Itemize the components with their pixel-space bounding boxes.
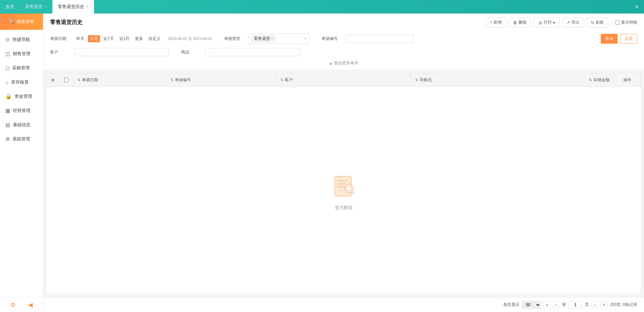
inventory-icon: ⌂ (5, 80, 8, 85)
toolbar: + 新增 🗑 删除 🖨 打印 ▾ ↗ 导出 ↻ (486, 18, 637, 27)
sidebar-item-finance-label: 资金管理 (15, 93, 32, 99)
finance-icon: 🔒 (5, 93, 12, 99)
sidebar-item-system[interactable]: ⚙ 系统管理 (0, 132, 43, 146)
sidebar-item-sales[interactable]: ◫ 销售管理 (0, 47, 43, 61)
svg-rect-4 (337, 186, 345, 188)
new-button[interactable]: + 新增 (486, 18, 506, 27)
date-range-display: 2023-06-02 至 2023-06-02 (168, 36, 212, 41)
sidebar-item-inventory[interactable]: ⌂ 库存核算 (0, 75, 43, 89)
sales-icon: ◫ (5, 51, 10, 57)
th-checkbox[interactable] (60, 74, 73, 86)
goods-filter-select[interactable]: ... (206, 48, 300, 56)
page-size-select[interactable]: 10 20 50 100 (522, 301, 541, 309)
sidebar-item-basic-info-label: 基础信息 (13, 122, 30, 128)
content-header: 零售退货历史 + 新增 🗑 删除 🖨 打印 ▾ ↗ 导出 (43, 14, 644, 70)
settings-footer-icon[interactable]: ⚙ (10, 301, 16, 309)
sort-customer-icon: ⇅ (280, 78, 283, 82)
th-settings[interactable]: ⚙ (46, 74, 60, 86)
prev-page-button[interactable]: ‹ (553, 302, 559, 308)
th-amount[interactable]: ⇅ 实销金额 (521, 74, 614, 86)
type-filter-chevron-icon: ▾ (305, 37, 306, 41)
settings-button[interactable]: 设置 (620, 34, 637, 44)
collapse-up-icon: ▲ (329, 61, 333, 66)
refresh-icon: ↻ (591, 20, 594, 25)
sidebar-item-finance[interactable]: 🔒 资金管理 (0, 89, 43, 104)
show-detail-checkbox-label[interactable]: 显示明细 (615, 20, 637, 25)
total-records-text: 共0页, 0条记录 (610, 302, 637, 308)
refresh-label: 刷新 (596, 20, 604, 25)
sidebar-search[interactable]: 🔍 搜索菜单 (0, 14, 43, 30)
th-guide[interactable]: ⇅ 导购员 (411, 74, 521, 86)
tab-retail-return-close[interactable]: × (45, 4, 47, 9)
export-button[interactable]: ↗ 导出 (562, 18, 584, 27)
tab-retail-return-history[interactable]: 零售退货历史 × (52, 0, 94, 14)
operations-icon: ▦ (5, 108, 10, 114)
sidebar-item-purchase-label: 采购管理 (12, 65, 30, 71)
customer-filter-select[interactable]: ... (74, 48, 169, 56)
tab-retail-return-history-label: 零售退货历史 (58, 4, 84, 10)
billno-filter-input[interactable] (346, 35, 413, 43)
sidebar-footer: ⚙ ◀ (0, 297, 43, 312)
first-page-button[interactable]: « (544, 302, 551, 308)
customer-filter-label: 客户 (50, 49, 70, 55)
date-btn-yesterday[interactable]: 昨天 (74, 35, 87, 42)
sidebar-item-purchase[interactable]: ◻ 采购管理 (0, 61, 43, 75)
delete-button[interactable]: 🗑 删除 (509, 18, 531, 27)
empty-state-icon (329, 170, 359, 201)
system-icon: ⚙ (5, 136, 10, 142)
filter-row-2: 客户 ... 商品 ... (50, 46, 637, 58)
type-filter-tag-remove[interactable]: × (271, 37, 273, 41)
sidebar-item-basic-info[interactable]: ▤ 基础信息 (0, 118, 43, 132)
table-header: ⚙ ⇅ 单据日期 ⇅ 单据编号 ⇅ 客户 (46, 73, 641, 87)
sidebar-item-quick-nav[interactable]: ⊙ 快捷导航 (0, 32, 43, 47)
delete-icon: 🗑 (513, 20, 517, 25)
content-area: 零售退货历史 + 新增 🗑 删除 🖨 打印 ▾ ↗ 导出 (43, 14, 644, 312)
sidebar-item-quick-nav-label: 快捷导航 (13, 37, 30, 43)
sidebar-nav: ⊙ 快捷导航 ◫ 销售管理 ◻ 采购管理 ⌂ 库存核算 🔒 资金管理 ▦ 经营管… (0, 30, 43, 297)
th-billno-label: 单据编号 (175, 77, 191, 83)
type-filter-label: 单据类型 (224, 36, 244, 42)
refresh-button[interactable]: ↻ 刷新 (587, 18, 608, 27)
type-filter-select[interactable]: 零售退货 × ▾ (248, 34, 309, 44)
th-customer[interactable]: ⇅ 客户 (276, 74, 411, 86)
th-date[interactable]: ⇅ 单据日期 (73, 74, 166, 86)
date-btn-1month[interactable]: 近1月 (117, 35, 132, 42)
collapse-filter-bar[interactable]: ▲ 收起更多条件 (50, 58, 637, 67)
goods-filter-label: 商品 (181, 49, 201, 55)
empty-state: 暂无数据 (46, 87, 641, 294)
page-number-input[interactable] (569, 302, 582, 308)
filter-area: 单据日期 昨天 今天 近7天 近1月 更多 自定义 2023-06-02 至 2… (50, 31, 637, 70)
search-icon: 🔍 (9, 19, 15, 24)
page-title: 零售退货历史 (50, 19, 82, 26)
select-all-checkbox[interactable] (64, 78, 69, 82)
data-table: ⚙ ⇅ 单据日期 ⇅ 单据编号 ⇅ 客户 (46, 73, 641, 294)
th-billno[interactable]: ⇅ 单据编号 (166, 74, 276, 86)
th-action: 操作 (614, 74, 641, 86)
date-btn-today[interactable]: 今天 (88, 35, 100, 42)
svg-rect-3 (337, 183, 346, 185)
window-close-button[interactable]: × (635, 3, 644, 10)
sidebar-search-label: 搜索菜单 (17, 19, 34, 25)
sidebar-item-operations[interactable]: ▦ 经营管理 (0, 104, 43, 118)
customer-filter-dots: ... (77, 50, 81, 54)
toolbar-divider (612, 20, 612, 25)
last-page-button[interactable]: » (600, 302, 607, 308)
date-btn-7days[interactable]: 近7天 (101, 35, 116, 42)
collapse-sidebar-icon[interactable]: ◀ (28, 301, 33, 309)
tab-home[interactable]: 首页 (0, 0, 20, 14)
date-btn-custom[interactable]: 自定义 (146, 35, 163, 42)
date-btn-more[interactable]: 更多 (133, 35, 145, 42)
purchase-icon: ◻ (5, 65, 9, 71)
tab-retail-return-history-close[interactable]: × (86, 4, 89, 9)
print-icon: 🖨 (538, 20, 542, 25)
filter-row-1: 单据日期 昨天 今天 近7天 近1月 更多 自定义 2023-06-02 至 2… (50, 31, 637, 46)
show-detail-label: 显示明细 (621, 20, 637, 25)
tab-retail-return[interactable]: 零售退货 × (20, 0, 52, 14)
next-page-button[interactable]: › (592, 302, 598, 308)
print-label: 打印 (544, 20, 552, 25)
page-size-label: 每页显示 (503, 302, 520, 308)
type-filter-tag-value: 零售退货 (254, 36, 270, 42)
query-button[interactable]: 查询 (601, 34, 618, 44)
print-button[interactable]: 🖨 打印 ▾ (534, 18, 559, 27)
show-detail-checkbox[interactable] (615, 20, 620, 25)
